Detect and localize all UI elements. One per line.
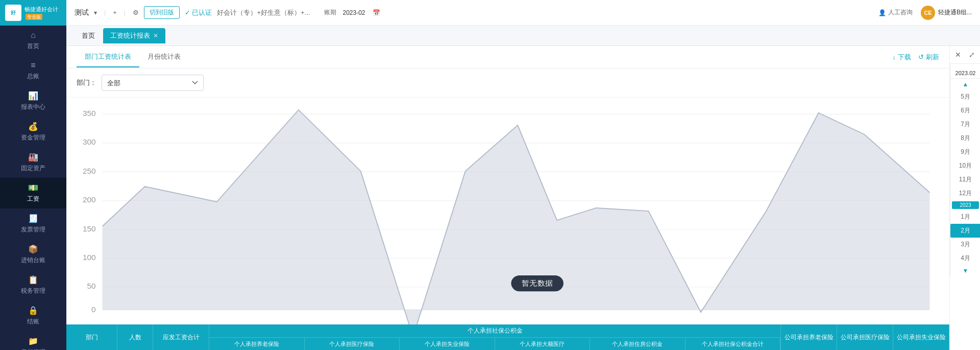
sidebar-item-label: 总账 [27,72,39,81]
logo-icon: 好 [5,5,21,21]
tab-payroll-label: 工资统计报表 [110,31,150,40]
sidebar: 好 畅捷通好会计 专业版 ⌂ 首页 ≡ 总账 📊 报表中心 💰 资金管理 🏭 固… [0,0,66,350]
panel-month-3[interactable]: 3月 [950,238,980,251]
sidebar-item-label: 报表中心 [21,103,45,111]
sub-tabs: 部门工资统计表 月份统计表 ↓ 下载 ↺ 刷新 [66,46,949,68]
tab-bar: 首页 工资统计报表 ✕ [66,26,980,46]
th-group-cells: 个人承担养老保险 个人承担医疗保险 个人承担失业保险 个人承担大额医疗 个人承担 [209,338,780,350]
th-personal-total: 个人承担社保公积金合计 [685,338,781,350]
th-personal-major-medical: 个人承担大额医疗 [495,338,591,350]
panel-month-4[interactable]: 4月 [950,251,980,265]
panel-month-7[interactable]: 7月 [950,118,980,131]
invoice-icon: 🧾 [28,214,38,223]
ledger-icon: ≡ [31,61,35,70]
svg-text:200: 200 [83,196,96,204]
table-header: 部门 人数 应发工资合计 个人承担社保公积金 个人承担养老保险 [66,324,949,350]
svg-text:暂无数据: 暂无数据 [522,279,553,287]
assets-icon: 🏭 [28,152,38,162]
sub-tab-monthly[interactable]: 月份统计表 [139,47,189,67]
main-content: 部门工资统计表 月份统计表 ↓ 下载 ↺ 刷新 [66,46,949,350]
panel-month-2-active[interactable]: 2月 [950,224,980,238]
sidebar-item-home[interactable]: ⌂ 首页 [0,26,66,56]
reports-icon: 📊 [28,91,38,101]
th-company-pension: 公司承担养老保险 [781,324,837,350]
funds-icon: 💰 [28,122,38,131]
svg-text:350: 350 [83,109,96,117]
main-area: 测试 ▾ | + | ⚙ 切到旧版 ✓ 已认证 好会计（专）+好生意（标）+..… [66,0,980,350]
switch-old-version-button[interactable]: 切到旧版 [144,6,180,19]
sidebar-item-archive[interactable]: 📁 归档管理 [0,331,66,350]
panel-month-1[interactable]: 1月 [950,210,980,224]
support-label: 人工咨询 [888,8,913,17]
right-sidebar-top: ✕ ⤢ [950,46,980,64]
dept-filter-label: 部门： [77,78,96,87]
right-panel: 2023.02 ▲ 5月 6月 7月 8月 9月 10月 11月 12月 202… [950,64,980,276]
svg-text:0: 0 [91,306,96,313]
sidebar-item-assets[interactable]: 🏭 固定资产 [0,147,66,178]
panel-month-11[interactable]: 11月 [950,173,980,186]
logo-text: 畅捷通好会计 专业版 [24,6,58,20]
refresh-button[interactable]: ↺ 刷新 [918,53,939,62]
svg-text:300: 300 [83,138,96,146]
th-company-unemployment: 公司承担失业保险 [893,324,949,350]
expand-panel-button[interactable]: ⤢ [966,48,978,61]
close-panel-button[interactable]: ✕ [952,48,965,61]
chart-area: 350 300 250 200 150 100 50 0 [66,98,949,324]
sidebar-item-label: 发票管理 [21,225,45,234]
tab-home-label: 首页 [82,32,95,39]
header-dropdown-arrow[interactable]: ▾ [94,9,97,16]
tab-payroll-report[interactable]: 工资统计报表 ✕ [103,28,165,43]
refresh-icon: ↺ [918,53,924,61]
sidebar-nav: ⌂ 首页 ≡ 总账 📊 报表中心 💰 资金管理 🏭 固定资产 💵 工资 🧾 发票… [0,26,66,350]
th-group-personal: 个人承担社保公积金 个人承担养老保险 个人承担医疗保险 个人承担失业保险 [209,324,781,350]
sidebar-item-payroll[interactable]: 💵 工资 [0,178,66,208]
sidebar-item-label: 结账 [27,317,39,326]
tax-icon: 📋 [28,275,38,285]
header: 测试 ▾ | + | ⚙ 切到旧版 ✓ 已认证 好会计（专）+好生意（标）+..… [66,0,980,26]
header-add-icon[interactable]: + [113,9,116,16]
th-dept: 部门 [66,324,117,350]
panel-up-button[interactable]: ▲ [950,79,980,90]
panel-month-8[interactable]: 8月 [950,131,980,145]
support-button[interactable]: 👤 人工咨询 [878,8,913,17]
sidebar-item-invoice[interactable]: 🧾 发票管理 [0,208,66,239]
sidebar-item-label: 进销台账 [21,256,45,265]
archive-icon: 📁 [28,336,38,346]
year-badge-2023: 2023 [952,201,979,209]
user-menu[interactable]: CE 轻捷通B组... [921,6,972,20]
panel-month-12[interactable]: 12月 [950,186,980,200]
panel-month-9[interactable]: 9月 [950,145,980,159]
sidebar-item-tax[interactable]: 📋 税务管理 [0,270,66,300]
closing-icon: 🔒 [28,306,38,315]
sidebar-item-funds[interactable]: 💰 资金管理 [0,116,66,147]
sidebar-item-ledger[interactable]: ≡ 总账 [0,56,66,86]
panel-down-button[interactable]: ▼ [950,265,980,276]
sidebar-item-closing[interactable]: 🔒 结账 [0,300,66,331]
download-button[interactable]: ↓ 下载 [893,53,912,62]
panel-month-6[interactable]: 6月 [950,104,980,118]
header-right: 👤 人工咨询 CE 轻捷通B组... [878,6,972,20]
payroll-chart: 350 300 250 200 150 100 50 0 [66,98,949,324]
th-count: 人数 [117,324,153,350]
sidebar-item-reports[interactable]: 📊 报表中心 [0,86,66,116]
sub-tab-dept[interactable]: 部门工资统计表 [77,47,139,67]
sidebar-item-sales[interactable]: 📦 进销台账 [0,239,66,270]
home-icon: ⌂ [31,31,36,40]
user-avatar: CE [921,6,935,20]
tab-home[interactable]: 首页 [75,28,102,43]
dept-filter-select[interactable]: 全部 部门A 部门B [102,75,204,91]
sidebar-item-label: 归档管理 [21,348,45,350]
th-company-medical: 公司承担医疗保险 [837,324,893,350]
panel-month-10[interactable]: 10月 [950,159,980,173]
header-title: 测试 [75,8,89,17]
svg-text:100: 100 [83,253,96,261]
calendar-icon[interactable]: 📅 [373,9,380,16]
th-personal-medical: 个人承担医疗保险 [305,338,400,350]
period-label: 账期 [324,8,336,17]
sidebar-item-label: 固定资产 [21,164,45,173]
th-personal-housing: 个人承担住房公积金 [590,338,685,350]
header-settings-icon[interactable]: ⚙ [133,9,139,16]
tab-close-icon[interactable]: ✕ [153,32,158,39]
panel-month-5[interactable]: 5月 [950,90,980,104]
th-personal-unemployment: 个人承担失业保险 [400,338,495,350]
